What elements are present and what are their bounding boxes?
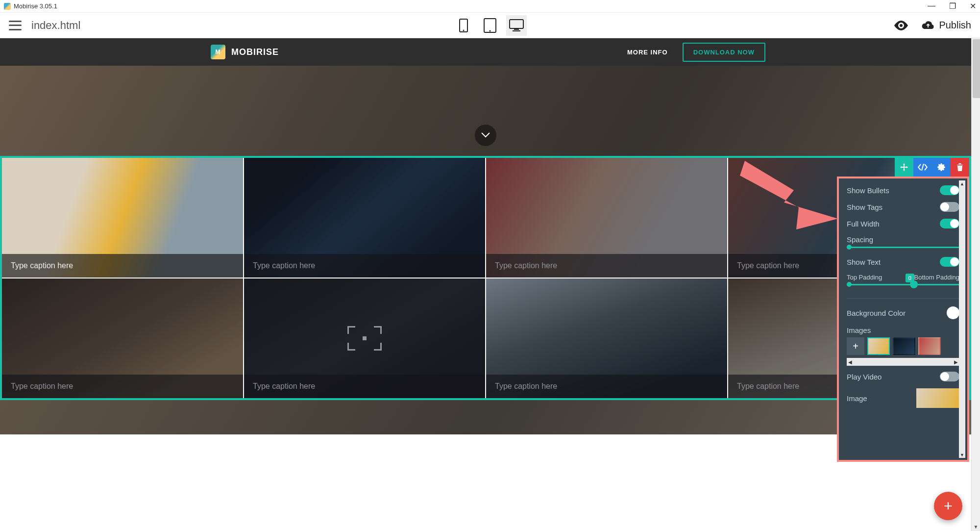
logo-badge-icon: M: [211, 45, 225, 59]
footer-area[interactable]: [0, 400, 971, 434]
hero-block[interactable]: [0, 66, 971, 156]
gallery-block[interactable]: Type caption here Type caption here Type…: [0, 156, 971, 400]
setting-play-video-toggle[interactable]: [940, 372, 959, 381]
svg-point-7: [900, 24, 903, 27]
padding-value-badge: 0: [906, 274, 914, 282]
gallery-caption[interactable]: Type caption here: [486, 375, 727, 398]
setting-full-width-toggle[interactable]: [940, 219, 959, 228]
gallery-caption[interactable]: Type caption here: [2, 375, 243, 398]
publish-label: Publish: [939, 20, 971, 31]
setting-top-padding-label: Top Padding: [847, 274, 882, 281]
panel-scrollbar[interactable]: ▲▼: [959, 180, 965, 458]
setting-padding-slider[interactable]: 0: [847, 284, 959, 285]
window-maximize-button[interactable]: ❐: [949, 1, 956, 11]
svg-rect-4: [510, 20, 523, 28]
svg-point-1: [463, 29, 465, 31]
svg-point-3: [490, 30, 491, 31]
gallery-tile[interactable]: Type caption here: [2, 278, 243, 398]
setting-play-video-label: Play Video: [847, 373, 882, 381]
add-block-button[interactable]: +: [934, 492, 962, 520]
gallery-tile[interactable]: Type caption here: [244, 278, 485, 398]
app-toolbar: index.html Publish: [0, 13, 980, 38]
preview-button[interactable]: [894, 21, 908, 30]
menu-button[interactable]: [9, 21, 22, 30]
device-preview-switch: [453, 15, 527, 36]
nav-cta-download[interactable]: DOWNLOAD NOW: [683, 43, 765, 62]
setting-bottom-padding-label: Bottom Padding: [914, 274, 959, 281]
window-title: Mobirise 3.05.1: [14, 2, 57, 10]
block-settings-button[interactable]: [932, 158, 951, 177]
gallery-tile[interactable]: Type caption here: [2, 158, 243, 278]
window-titlebar: Mobirise 3.05.1 — ❐ ✕: [0, 0, 980, 13]
setting-bg-color-swatch[interactable]: [947, 306, 959, 319]
window-close-button[interactable]: ✕: [970, 1, 976, 11]
nav-link-more-info[interactable]: MORE INFO: [627, 49, 668, 56]
setting-show-text-label: Show Text: [847, 258, 881, 266]
gallery-tile[interactable]: Type caption here: [486, 158, 727, 278]
gallery-image: [486, 158, 727, 278]
images-scrollbar[interactable]: ◀▶: [847, 358, 959, 366]
site-header-block[interactable]: M MOBIRISE MORE INFO DOWNLOAD NOW: [0, 38, 971, 66]
gallery-image: [244, 278, 485, 398]
scrollbar-thumb[interactable]: [973, 39, 980, 98]
gallery-caption[interactable]: Type caption here: [486, 254, 727, 278]
current-filename: index.html: [31, 19, 80, 32]
setting-image-preview[interactable]: [916, 388, 959, 408]
app-icon: [4, 3, 11, 10]
setting-show-tags-label: Show Tags: [847, 203, 882, 211]
gallery-tile[interactable]: Type caption here: [244, 158, 485, 278]
publish-button[interactable]: Publish: [921, 20, 971, 31]
setting-images-label: Images: [847, 326, 871, 334]
block-tools: [895, 158, 969, 177]
setting-show-text-toggle[interactable]: [940, 257, 959, 267]
canvas-scrollbar[interactable]: ▲ ▼: [971, 38, 980, 531]
image-thumb[interactable]: [918, 337, 941, 355]
setting-full-width-label: Full Width: [847, 220, 880, 228]
gallery-caption[interactable]: Type caption here: [244, 375, 485, 398]
brand-name: MOBIRISE: [231, 47, 279, 57]
setting-spacing-slider[interactable]: [847, 247, 959, 248]
svg-rect-6: [513, 30, 520, 31]
gallery-caption[interactable]: Type caption here: [2, 254, 243, 278]
image-thumb[interactable]: [867, 337, 890, 355]
gallery-caption[interactable]: Type caption here: [244, 254, 485, 278]
setting-spacing-label: Spacing: [847, 235, 873, 244]
setting-show-bullets-toggle[interactable]: [940, 185, 959, 195]
focus-frame-icon: [347, 326, 382, 351]
canvas-wrap: M MOBIRISE MORE INFO DOWNLOAD NOW Type c…: [0, 38, 980, 531]
gallery-image: [2, 278, 243, 398]
block-move-button[interactable]: [895, 158, 913, 177]
block-code-button[interactable]: [913, 158, 932, 177]
add-image-button[interactable]: +: [847, 337, 864, 355]
device-desktop-button[interactable]: [506, 15, 527, 36]
page-canvas: M MOBIRISE MORE INFO DOWNLOAD NOW Type c…: [0, 38, 971, 531]
gallery-image: [486, 278, 727, 398]
setting-bg-color-label: Background Color: [847, 309, 906, 317]
gallery-tile[interactable]: Type caption here: [486, 278, 727, 398]
window-minimize-button[interactable]: —: [928, 1, 935, 11]
device-tablet-button[interactable]: [480, 15, 500, 36]
image-thumb[interactable]: [893, 337, 915, 355]
setting-show-bullets-label: Show Bullets: [847, 186, 889, 195]
setting-image-label: Image: [847, 394, 867, 403]
scroll-down-button[interactable]: [475, 125, 496, 146]
svg-rect-5: [514, 29, 519, 30]
gallery-grid: Type caption here Type caption here Type…: [2, 158, 969, 398]
gallery-image: [244, 158, 485, 278]
site-logo[interactable]: M MOBIRISE: [211, 45, 279, 59]
device-mobile-button[interactable]: [453, 15, 474, 36]
block-delete-button[interactable]: [951, 158, 969, 177]
block-settings-panel: Show Bullets Show Tags Full Width Spacin…: [837, 177, 969, 462]
setting-show-tags-toggle[interactable]: [940, 202, 959, 212]
